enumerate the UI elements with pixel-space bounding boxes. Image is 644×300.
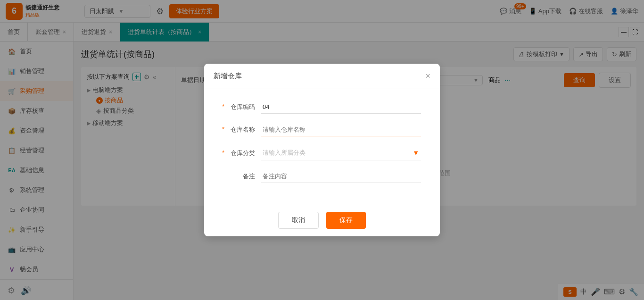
note-input[interactable] — [261, 170, 421, 183]
modal-overlay: 新增仓库 × 仓库编码 仓库名称 仓库分类 请输入所属分类 ▼ — [0, 0, 644, 300]
save-button[interactable]: 保存 — [326, 212, 366, 229]
form-row-code: 仓库编码 — [223, 100, 421, 114]
category-label: 仓库分类 — [223, 149, 261, 158]
note-label: 备注 — [223, 172, 261, 181]
form-row-name: 仓库名称 — [223, 123, 421, 136]
modal-close-button[interactable]: × — [425, 71, 430, 81]
form-row-note: 备注 — [223, 170, 421, 183]
name-input[interactable] — [261, 123, 421, 136]
form-row-category: 仓库分类 请输入所属分类 ▼ — [223, 146, 421, 160]
modal-header: 新增仓库 × — [204, 64, 440, 89]
modal-footer: 取消 保存 — [204, 204, 440, 236]
code-input[interactable] — [261, 100, 421, 114]
cancel-button[interactable]: 取消 — [278, 212, 319, 229]
chevron-down-icon: ▼ — [413, 149, 419, 157]
modal-body: 仓库编码 仓库名称 仓库分类 请输入所属分类 ▼ 备注 — [204, 89, 440, 204]
code-label: 仓库编码 — [223, 103, 261, 111]
modal-title: 新增仓库 — [214, 72, 242, 81]
category-select[interactable]: 请输入所属分类 ▼ — [261, 146, 421, 160]
new-warehouse-modal: 新增仓库 × 仓库编码 仓库名称 仓库分类 请输入所属分类 ▼ — [204, 64, 440, 236]
name-label: 仓库名称 — [223, 125, 261, 134]
